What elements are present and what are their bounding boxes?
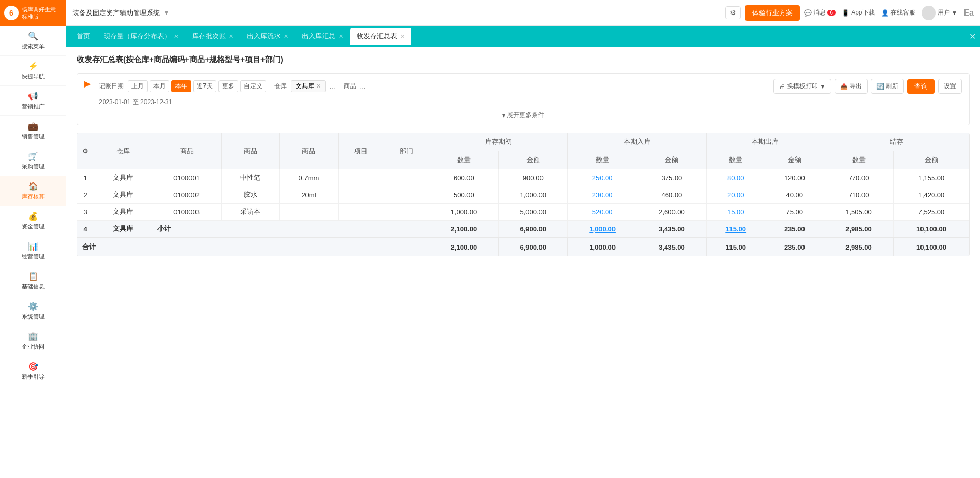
- tab-inout-flow[interactable]: 出入库流水✕: [241, 28, 295, 45]
- tab-inout-summary[interactable]: 出入库汇总✕: [296, 28, 349, 45]
- tab-close-inout-flow[interactable]: ✕: [284, 33, 288, 40]
- tab-label-receipt-summary: 收发存汇总表: [357, 32, 397, 41]
- row-out-qty-2[interactable]: 15.00: [706, 204, 765, 221]
- row-in-qty-0[interactable]: 250.00: [568, 169, 637, 186]
- tabbar-close-button[interactable]: ✕: [969, 32, 976, 41]
- date-filter-section: 记账日期 上月 本月 本年 近7天 更多 自定义: [99, 80, 266, 92]
- row-code-2: 0100003: [152, 204, 222, 221]
- sidebar-item-sales[interactable]: 💼销售管理: [0, 116, 66, 146]
- inventory-icon: 🏠: [28, 181, 38, 191]
- subtotal-seq: 4: [77, 221, 94, 238]
- sidebar-item-enterprise[interactable]: 🏢企业协同: [0, 326, 66, 356]
- date-btn-more[interactable]: 更多: [218, 80, 238, 92]
- row-close-qty-1: 710.00: [824, 186, 894, 204]
- page: 收发存汇总表(按仓库+商品编码+商品+规格型号+项目+部门) ▶ 记账日期 上月…: [66, 47, 980, 478]
- tab-close-receipt-summary[interactable]: ✕: [400, 33, 405, 40]
- gear-button[interactable]: ⚙: [725, 6, 741, 19]
- date-label: 记账日期: [99, 82, 124, 91]
- row-spec-2: [280, 204, 339, 221]
- sidebar-label-quick-nav: 快捷导航: [22, 73, 45, 80]
- col-settings-header[interactable]: ⚙: [77, 133, 94, 169]
- row-in-qty-2[interactable]: 520.00: [568, 204, 637, 221]
- row-dept-0: [384, 169, 429, 186]
- tab-receipt-summary[interactable]: 收发存汇总表✕: [350, 28, 411, 45]
- row-name-0: 中性笔: [222, 169, 280, 186]
- subtotal-row: 4 文具库 小计 2,100.00 6,900.00 1,000.00 3,43…: [77, 221, 969, 238]
- row-in-qty-1[interactable]: 230.00: [568, 186, 637, 204]
- date-btn-last-month[interactable]: 上月: [128, 80, 148, 92]
- sidebar-item-inventory[interactable]: 🏠库存核算: [0, 176, 66, 206]
- sidebar-item-quick-nav[interactable]: ⚡快捷导航: [0, 56, 66, 86]
- tab-close-inventory-dist[interactable]: ✕: [174, 33, 179, 40]
- sidebar-item-guide[interactable]: 🎯新手引导: [0, 356, 66, 386]
- sidebar-item-marketing[interactable]: 📢营销推广: [0, 86, 66, 116]
- tab-batch[interactable]: 库存批次账✕: [186, 28, 240, 45]
- date-btn-this-month[interactable]: 本月: [150, 80, 169, 92]
- trial-button[interactable]: 体验行业方案: [745, 5, 800, 21]
- group-in-header: 本期入库: [568, 133, 707, 151]
- row-warehouse-2: 文具库: [94, 204, 152, 221]
- sidebar-label-purchase: 采购管理: [22, 163, 45, 170]
- date-btn-this-year[interactable]: 本年: [171, 80, 191, 92]
- date-btn-7days[interactable]: 近7天: [193, 80, 216, 92]
- tab-label-inout-summary: 出入库汇总: [302, 32, 335, 41]
- row-in-amt-0: 375.00: [637, 169, 707, 186]
- row-warehouse-1: 文具库: [94, 186, 152, 204]
- sidebar-item-search[interactable]: 🔍搜索菜单: [0, 26, 66, 56]
- group-out-header: 本期出库: [706, 133, 824, 151]
- refresh-icon: 🔄: [876, 83, 884, 90]
- row-out-qty-1[interactable]: 20.00: [706, 186, 765, 204]
- export-button[interactable]: 📤 导出: [835, 79, 868, 94]
- print-template-button[interactable]: 🖨 换模板打印 ▼: [773, 79, 831, 94]
- app-title: 畅库调好生意 标准版: [22, 6, 56, 21]
- group-closing-header: 结存: [824, 133, 969, 151]
- sidebar-label-search: 搜索菜单: [22, 42, 45, 50]
- row-close-amt-0: 1,155.00: [893, 169, 969, 186]
- row-out-qty-0[interactable]: 80.00: [706, 169, 765, 186]
- goods-more[interactable]: ...: [360, 82, 366, 90]
- topbar-actions: 💬 消息 6 📱 App下载 👤 在线客服 用户 ▼ Ea: [804, 6, 974, 20]
- sidebar-item-basic[interactable]: 📋基础信息: [0, 266, 66, 296]
- sidebar-item-system[interactable]: ⚙️系统管理: [0, 296, 66, 326]
- tab-close-batch[interactable]: ✕: [229, 33, 233, 40]
- row-spec-0: 0.7mm: [280, 169, 339, 186]
- subtotal-warehouse: 文具库: [94, 221, 152, 238]
- tab-label-inventory-dist: 现存量（库存分布表）: [104, 32, 171, 41]
- query-button[interactable]: 查询: [907, 79, 935, 94]
- total-open-qty: 2,100.00: [429, 238, 499, 256]
- date-btn-custom[interactable]: 自定义: [240, 80, 266, 92]
- sidebar-header: 6 畅库调好生意 标准版: [0, 0, 66, 26]
- warehouse-tag: 文具库 ✕: [291, 80, 326, 92]
- row-close-amt-2: 7,525.00: [893, 204, 969, 221]
- row-project-1: [338, 186, 384, 204]
- expand-conditions-button[interactable]: ▾ 展开更多条件: [502, 111, 544, 120]
- refresh-button[interactable]: 🔄 刷新: [871, 79, 904, 94]
- messages-button[interactable]: 💬 消息 6: [804, 8, 836, 17]
- sidebar-label-system: 系统管理: [22, 313, 45, 321]
- filter-collapse-button[interactable]: ▶: [84, 79, 91, 89]
- subtotal-label: 小计: [152, 221, 429, 238]
- sidebar-label-finance: 资金管理: [22, 223, 45, 230]
- tab-label-inout-flow: 出入库流水: [247, 32, 281, 41]
- user-menu-button[interactable]: 用户 ▼: [922, 6, 958, 20]
- sidebar-item-operation[interactable]: 📊经营管理: [0, 236, 66, 266]
- row-warehouse-0: 文具库: [94, 169, 152, 186]
- tab-close-inout-summary[interactable]: ✕: [339, 33, 343, 40]
- app-download-button[interactable]: 📱 App下载: [842, 8, 874, 17]
- settings-button[interactable]: 设置: [938, 79, 962, 94]
- online-service-button[interactable]: 👤 在线客服: [881, 8, 915, 17]
- sidebar-label-operation: 经营管理: [22, 253, 45, 260]
- warehouse-remove-button[interactable]: ✕: [316, 83, 321, 90]
- tab-home[interactable]: 首页: [70, 28, 96, 45]
- sidebar-label-enterprise: 企业协同: [22, 343, 45, 351]
- sidebar-item-purchase[interactable]: 🛒采购管理: [0, 146, 66, 176]
- subtotal-open-amt: 6,900.00: [499, 221, 568, 238]
- open-amt-header: 金额: [499, 151, 568, 169]
- row-code-0: 0100001: [152, 169, 222, 186]
- sidebar-item-finance[interactable]: 💰资金管理: [0, 206, 66, 236]
- row-project-0: [338, 169, 384, 186]
- total-open-amt: 6,900.00: [499, 238, 568, 256]
- tab-inventory-dist[interactable]: 现存量（库存分布表）✕: [97, 28, 185, 45]
- system-name: 装备及固定资产辅助管理系统 ▼: [72, 8, 721, 18]
- warehouse-more[interactable]: ...: [330, 82, 335, 90]
